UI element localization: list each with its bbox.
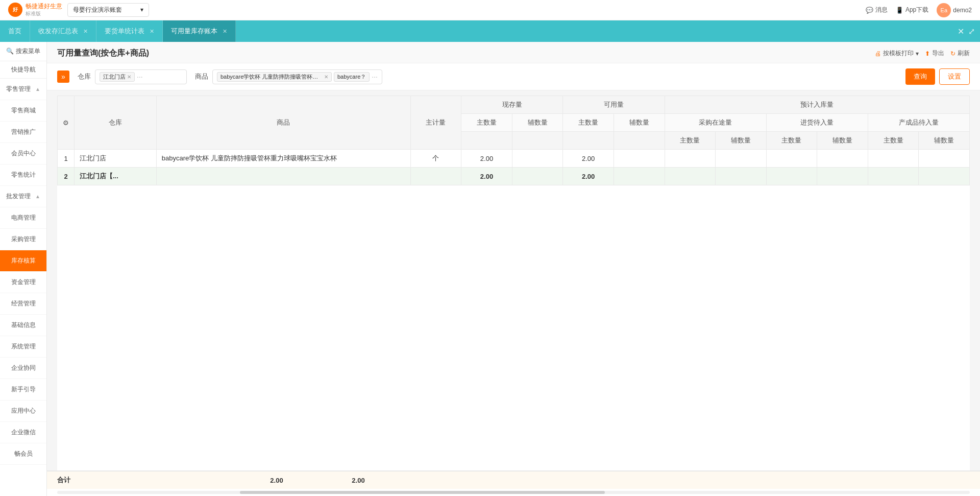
- sidebar-item-guide[interactable]: 新手引导: [0, 379, 46, 400]
- tab-home[interactable]: 首页: [0, 20, 30, 42]
- product-tag-0-close[interactable]: ✕: [324, 74, 328, 80]
- sidebar-search[interactable]: 🔍 搜索菜单: [0, 42, 46, 61]
- message-label: 消息: [875, 6, 888, 14]
- sidebar-item-enterprise[interactable]: 企业协同: [0, 358, 46, 379]
- tab-orders[interactable]: 要货单统计表 ✕: [96, 20, 163, 42]
- warehouse-dots: ···: [137, 73, 143, 81]
- dropdown-icon: ▾: [140, 6, 143, 13]
- export-action[interactable]: ⬆ 导出: [925, 49, 944, 58]
- subtotal-warehouse: 江北门店【...: [75, 168, 157, 185]
- product-tag-1-text: babycare？: [337, 73, 366, 81]
- tab-available-stock[interactable]: 可用量库存账本 ✕: [163, 20, 236, 42]
- industry-selector[interactable]: 母婴行业演示账套 ▾: [67, 3, 149, 17]
- sidebar-item-finance[interactable]: 资金管理: [0, 272, 46, 293]
- cell-pt-main: [665, 150, 716, 168]
- col-settings[interactable]: ⚙: [58, 96, 75, 150]
- tab-receipts-close[interactable]: ✕: [83, 28, 88, 35]
- sidebar-item-ecommerce[interactable]: 电商管理: [0, 207, 46, 229]
- tab-home-label: 首页: [8, 27, 21, 36]
- data-table: ⚙ 仓库 商品 主计量 现存量: [57, 96, 970, 185]
- subtotal-product: [156, 168, 410, 185]
- sidebar-item-member[interactable]: 畅会员: [0, 443, 46, 465]
- sidebar-item-system[interactable]: 系统管理: [0, 336, 46, 358]
- footer-current-main: 2.00: [256, 477, 297, 484]
- tab-nav: 首页 收发存汇总表 ✕ 要货单统计表 ✕ 可用量库存账本 ✕ ✕ ⤢: [0, 20, 980, 42]
- th-available-main: 主数量: [563, 114, 614, 132]
- sidebar-item-app-center[interactable]: 应用中心: [0, 400, 46, 422]
- scrollbar-thumb[interactable]: [240, 491, 605, 494]
- sidebar-item-wechat[interactable]: 企业微信: [0, 422, 46, 443]
- refresh-label: 刷新: [958, 49, 970, 58]
- subtotal-prod-main: [868, 168, 919, 185]
- sidebar-wholesale-arrow: ▲: [35, 194, 40, 199]
- scrollbar-track[interactable]: [57, 491, 970, 494]
- th-cs-aux: [512, 132, 563, 150]
- sidebar-member-label: 畅会员: [14, 450, 33, 458]
- th-avail-aux: [614, 132, 665, 150]
- tab-fullscreen[interactable]: ⤢: [968, 27, 975, 36]
- sidebar-item-marketing[interactable]: 营销推广: [0, 122, 46, 143]
- th-purchase-transit: 采购在途量: [665, 114, 766, 132]
- th-purchase-incoming: 进货待入量: [766, 114, 868, 132]
- sidebar: 🔍 搜索菜单 快捷导航 零售管理 ▲ 零售商城 营销推广 会员中心 零售统计: [0, 42, 47, 496]
- sidebar-item-operations[interactable]: 经营管理: [0, 293, 46, 315]
- product-tag-1[interactable]: babycare？: [334, 72, 370, 82]
- sidebar-item-retail-stats[interactable]: 零售统计: [0, 164, 46, 186]
- th-product: 商品: [156, 96, 410, 150]
- tab-available-stock-close[interactable]: ✕: [223, 28, 227, 35]
- sidebar-item-retail-mgmt[interactable]: 零售管理 ▲: [0, 79, 46, 100]
- sidebar-item-basic-info[interactable]: 基础信息: [0, 315, 46, 336]
- app-download-label: App下载: [905, 6, 928, 14]
- sidebar-item-purchase[interactable]: 采购管理: [0, 229, 46, 250]
- logo-sub: 标准版: [26, 10, 62, 17]
- settings-btn[interactable]: 设置: [939, 68, 970, 85]
- product-tag-0[interactable]: babycare学饮杯 儿童防摔防撞吸管杯重力球吸嘴杯宝宝水杯 ✕: [217, 72, 332, 82]
- th-produced-incoming: 产成品待入量: [868, 114, 969, 132]
- sidebar-item-members[interactable]: 会员中心: [0, 143, 46, 164]
- subtotal-row: 2 江北门店【... 2.00 2.00: [58, 168, 970, 185]
- main-layout: 🔍 搜索菜单 快捷导航 零售管理 ▲ 零售商城 营销推广 会员中心 零售统计: [0, 42, 980, 496]
- tab-nav-actions: ✕ ⤢: [952, 20, 980, 42]
- product-input[interactable]: babycare学饮杯 儿童防摔防撞吸管杯重力球吸嘴杯宝宝水杯 ✕ babyca…: [212, 69, 382, 84]
- th-prod-aux: 辅数量: [919, 132, 970, 150]
- page-header: 可用量查询(按仓库+商品) 🖨 按模板打印 ▾ ⬆ 导出 ↻ 刷新: [47, 42, 980, 63]
- cell-index: 1: [58, 150, 75, 168]
- cell-available-main: 2.00: [563, 150, 614, 168]
- tab-receipts[interactable]: 收发存汇总表 ✕: [30, 20, 96, 42]
- th-available-aux: 辅数量: [614, 114, 665, 132]
- logo-text-block: 畅捷通好生意 标准版: [26, 3, 62, 17]
- message-item[interactable]: 💬 消息: [866, 6, 888, 14]
- sidebar-quick-nav[interactable]: 快捷导航: [0, 61, 46, 79]
- avatar-text: Ea: [941, 7, 947, 13]
- product-dots: ···: [372, 73, 378, 81]
- sidebar-enterprise-label: 企业协同: [11, 364, 36, 372]
- th-avail-main: [563, 132, 614, 150]
- industry-name: 母婴行业演示账套: [73, 6, 122, 14]
- user-item[interactable]: Ea demo2: [937, 3, 972, 17]
- sidebar-item-inventory[interactable]: 库存核算: [0, 250, 46, 272]
- tab-orders-close[interactable]: ✕: [150, 28, 154, 35]
- sidebar-item-retail-mall[interactable]: 零售商城: [0, 100, 46, 122]
- cell-unit: 个: [410, 150, 461, 168]
- subtotal-current-main: 2.00: [461, 168, 512, 185]
- warehouse-tag-0[interactable]: 江北门店 ✕: [100, 72, 135, 82]
- sidebar-members-label: 会员中心: [11, 149, 36, 158]
- warehouse-tag-0-close[interactable]: ✕: [127, 74, 131, 80]
- search-icon: 🔍: [6, 48, 14, 55]
- refresh-action[interactable]: ↻ 刷新: [950, 49, 970, 58]
- sidebar-item-wholesale[interactable]: 批发管理 ▲: [0, 186, 46, 207]
- print-action[interactable]: 🖨 按模板打印 ▾: [875, 49, 919, 58]
- tab-close-all[interactable]: ✕: [958, 27, 964, 36]
- cell-product: babycare学饮杯 儿童防摔防撞吸管杯重力球吸嘴杯宝宝水杯: [156, 150, 410, 168]
- th-available: 可用量: [563, 96, 665, 114]
- print-dropdown-icon: ▾: [916, 50, 919, 57]
- sidebar-basic-info-label: 基础信息: [11, 321, 36, 329]
- sidebar-inventory-label: 库存核算: [11, 256, 36, 265]
- warehouse-input[interactable]: 江北门店 ✕ ···: [95, 69, 187, 84]
- app-download-item[interactable]: 📱 App下载: [896, 6, 928, 14]
- filter-expand-btn[interactable]: »: [57, 70, 69, 83]
- sidebar-guide-label: 新手引导: [11, 385, 36, 394]
- warehouse-tag-0-text: 江北门店: [103, 73, 126, 81]
- query-btn[interactable]: 查询: [905, 68, 935, 85]
- print-label: 按模板打印: [883, 49, 914, 58]
